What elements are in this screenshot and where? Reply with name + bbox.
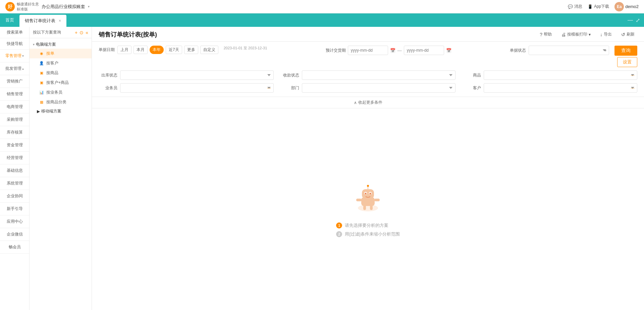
header-actions: ? 帮助 🖨 按模板打印 ▾ ↓ 导出 ↺ xyxy=(537,30,637,39)
sidebar-item-basic[interactable]: 基础信息 xyxy=(0,164,29,177)
sidebar-shortcut[interactable]: 快捷导航 xyxy=(0,38,29,50)
empty-area: 1 请先选择要分析的方案 2 用[过滤]条件来缩小分析范围 xyxy=(92,108,644,310)
scheme-collapse-btn[interactable]: « xyxy=(86,30,88,35)
expected-date-start[interactable] xyxy=(348,46,388,55)
print-dropdown-icon: ▾ xyxy=(589,32,591,37)
collapse-bar[interactable]: ∧ 收起更多条件 xyxy=(92,97,644,108)
expand-icon-mobile: ▶ xyxy=(37,109,40,114)
svg-rect-2 xyxy=(370,205,373,210)
sidebar-item-enterprise[interactable]: 企业协同 xyxy=(0,190,29,203)
app-title-dropdown-icon[interactable]: ▾ xyxy=(88,5,90,8)
print-btn[interactable]: 🖨 按模板打印 ▾ xyxy=(558,30,593,39)
print-icon: 🖨 xyxy=(561,32,566,37)
scheme-category-mobile[interactable]: ▶ 移动端方案 xyxy=(30,107,92,115)
scheme-item-by-customer[interactable]: 👤 按客户 xyxy=(30,58,92,68)
expand-icon: ▾ xyxy=(33,43,35,46)
sidebar-item-finance[interactable]: 资金管理 xyxy=(0,139,29,152)
help-btn[interactable]: ? 帮助 xyxy=(537,30,554,39)
department-select[interactable] xyxy=(302,83,455,93)
goods-label: 商品 xyxy=(462,72,481,78)
scheme-edit-btn[interactable]: ⊙ xyxy=(79,30,84,35)
sidebar-item-operations[interactable]: 经营管理 xyxy=(0,152,29,164)
date-btn-more[interactable]: 更多 xyxy=(184,46,198,54)
empty-illustration xyxy=(351,181,385,216)
message-btn[interactable]: 💬 消息 xyxy=(568,4,582,9)
sidebar-item-newbie[interactable]: 新手引导 xyxy=(0,203,29,215)
date-btn-last7[interactable]: 近7天 xyxy=(166,46,182,54)
app-download-btn[interactable]: 📱 App下载 xyxy=(588,4,609,9)
scheme-item-by-goods-category[interactable]: ▦ 按商品分类 xyxy=(30,97,92,107)
delivery-status-select[interactable] xyxy=(120,70,274,80)
sidebar-item-ecommerce[interactable]: 电商管理 xyxy=(0,101,29,113)
sidebar-item-marketing[interactable]: 营销推广 xyxy=(0,75,29,88)
sidebar-item-sales[interactable]: 销售管理 xyxy=(0,88,29,101)
customer-ellipsis-icon[interactable]: ··· xyxy=(631,85,635,91)
salesperson-input[interactable] xyxy=(120,83,274,93)
date-filter-group: 上月 本月 本年 近7天 更多 自定义 xyxy=(117,46,218,54)
goods-ellipsis-icon[interactable]: ··· xyxy=(631,72,635,78)
tab-sales-order-stats[interactable]: 销售订单统计表 × xyxy=(19,15,66,27)
department-field: 部门 xyxy=(280,83,455,93)
tab-close-icon[interactable]: × xyxy=(59,18,61,23)
customer-field: 客户 ··· xyxy=(462,83,637,93)
scheme-add-btn[interactable]: + xyxy=(75,30,77,35)
query-btn[interactable]: 查询 xyxy=(614,46,637,56)
date-range-display: 2023-01-01 至 2023-12-31 xyxy=(224,46,267,51)
maximize-btn[interactable]: ⤢ xyxy=(636,17,640,23)
scheme-header-title: 按以下方案查询 xyxy=(33,30,61,35)
scheme-item-by-customer-goods[interactable]: ▣ 按客户+商品 xyxy=(30,78,92,88)
refresh-btn[interactable]: ↺ 刷新 xyxy=(619,30,637,39)
date-btn-this-year[interactable]: 本年 xyxy=(150,46,164,54)
scheme-item-by-salesperson[interactable]: 📊 按业务员 xyxy=(30,88,92,97)
sidebar-item-appstore[interactable]: 应用中心 xyxy=(0,215,29,228)
svg-rect-1 xyxy=(363,205,366,210)
export-btn[interactable]: ↓ 导出 xyxy=(597,30,614,39)
customer-input[interactable] xyxy=(484,83,637,93)
date-btn-custom[interactable]: 自定义 xyxy=(200,46,218,54)
filter-area: 单据日期 上月 本月 本年 近7天 更多 自定义 2023-01-01 至 20… xyxy=(92,42,644,97)
sidebar-item-retail[interactable]: 零售管理▾ xyxy=(0,50,29,62)
goods-input[interactable] xyxy=(484,70,637,80)
date-btn-this-month[interactable]: 本月 xyxy=(133,46,148,54)
sidebar-item-wholesale[interactable]: 批发管理▴ xyxy=(0,62,29,75)
avatar: Ea xyxy=(614,2,624,11)
status-label: 单据状态 xyxy=(510,48,527,53)
customer-goods-icon: ▣ xyxy=(39,80,44,86)
svg-point-9 xyxy=(365,193,367,195)
collapse-btn[interactable]: ∧ 收起更多条件 xyxy=(354,100,382,105)
top-bar-left: 好 畅捷通好生意 标准版 办公用品行业模拟账套 ▾ xyxy=(5,2,90,11)
scheme-item-by-order[interactable]: ◉ 按单 xyxy=(30,49,92,58)
receipt-status-select[interactable] xyxy=(302,70,455,80)
salesperson-ellipsis-icon[interactable]: ··· xyxy=(267,85,271,91)
sidebar-item-purchase[interactable]: 采购管理 xyxy=(0,113,29,126)
category-icon: ▦ xyxy=(39,100,44,105)
salesperson-input-wrap: ··· xyxy=(120,83,274,93)
customer-icon: 👤 xyxy=(39,61,44,66)
download-icon: 📱 xyxy=(588,4,593,9)
settings-btn[interactable]: 设置 xyxy=(617,57,637,67)
empty-robot-svg xyxy=(351,181,385,215)
expected-date-end[interactable] xyxy=(404,46,444,55)
tab-home[interactable]: 首页 xyxy=(0,13,19,27)
date-separator: — xyxy=(397,48,402,53)
receipt-status-label: 收款状态 xyxy=(280,72,299,78)
scheme-category-desktop[interactable]: ▾ 电脑端方案 xyxy=(30,40,92,49)
collapse-up-icon: ∧ xyxy=(354,100,357,105)
sidebar-item-wechat[interactable]: 企业微信 xyxy=(0,228,29,241)
scheme-header-icons: + ⊙ « xyxy=(75,30,88,35)
user-profile[interactable]: Ea demo2 xyxy=(614,2,639,11)
scheme-item-by-goods[interactable]: ▣ 按商品 xyxy=(30,68,92,78)
delivery-status-label: 出库状态 xyxy=(99,72,117,78)
sidebar-item-inventory[interactable]: 库存核算 xyxy=(0,126,29,139)
minimize-btn[interactable]: — xyxy=(628,17,633,23)
calendar-end-icon[interactable]: 📅 xyxy=(446,48,451,53)
status-select[interactable] xyxy=(529,46,609,55)
sidebar-item-member[interactable]: 畅会员 xyxy=(0,241,29,254)
delivery-status-field: 出库状态 xyxy=(99,70,274,80)
message-icon: 💬 xyxy=(568,4,573,9)
date-btn-last-month[interactable]: 上月 xyxy=(117,46,131,54)
calendar-start-icon[interactable]: 📅 xyxy=(390,48,395,53)
sidebar-item-system[interactable]: 系统管理 xyxy=(0,177,29,190)
sidebar-search[interactable]: 搜索菜单 xyxy=(0,27,29,38)
sidebar: 搜索菜单 快捷导航 零售管理▾ 批发管理▴ 营销推广 销售管理 电商管理 采购管… xyxy=(0,27,30,310)
